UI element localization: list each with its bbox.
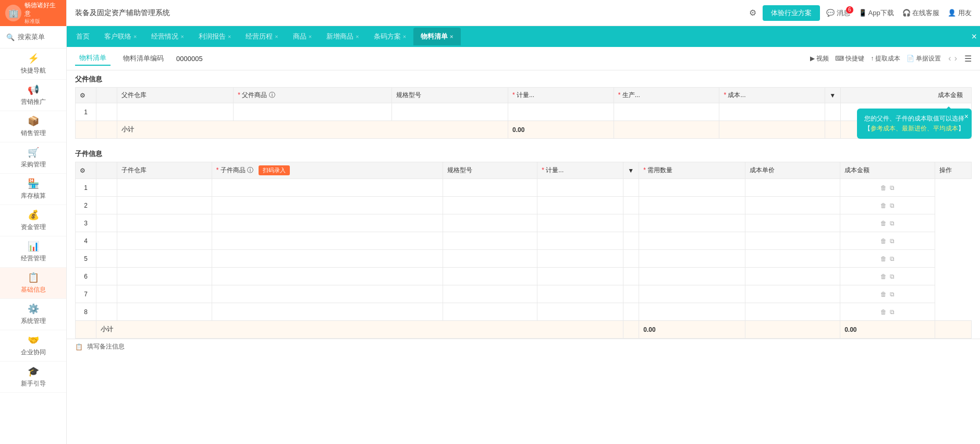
delete-icon-3[interactable]: 🗑: [880, 220, 887, 227]
sidebar-item-finance[interactable]: 💰资金管理: [0, 205, 66, 236]
child-row1-unit-cost[interactable]: [639, 179, 745, 197]
next-arrow[interactable]: ›: [953, 54, 958, 63]
child-row2-unit-cost[interactable]: [639, 197, 745, 214]
child-row6-goods[interactable]: [117, 268, 212, 285]
tab-close-profit[interactable]: ×: [228, 33, 231, 40]
child-row5-goods[interactable]: [117, 250, 212, 268]
child-col-settings[interactable]: ⚙: [76, 162, 96, 179]
copy-icon-4[interactable]: ⧉: [890, 237, 895, 245]
tab-close-customers[interactable]: ×: [133, 33, 137, 40]
settings-icon[interactable]: ⚙: [749, 8, 756, 18]
child-row5-warehouse[interactable]: [96, 250, 117, 268]
sidebar-item-sales[interactable]: 📦销售管理: [0, 111, 66, 142]
child-row5-spec[interactable]: [212, 250, 443, 268]
child-row3-quantity[interactable]: [623, 214, 639, 232]
sidebar-item-purchase[interactable]: 🛒采购管理: [0, 142, 66, 174]
child-row6-spec[interactable]: [212, 268, 443, 285]
nav-tab-profit[interactable]: 利润报告 ×: [191, 28, 238, 45]
child-row7-goods[interactable]: [117, 285, 212, 303]
tab-close-bom[interactable]: ×: [450, 33, 453, 40]
child-row2-warehouse[interactable]: [96, 197, 117, 214]
child-row1-spec[interactable]: [212, 179, 443, 197]
child-row4-quantity[interactable]: [623, 232, 639, 250]
sidebar-item-quick-nav[interactable]: ⚡快捷导航: [0, 49, 66, 80]
delete-icon-4[interactable]: 🗑: [880, 237, 887, 245]
sidebar-search[interactable]: 🔍 搜索菜单: [0, 26, 66, 49]
delete-icon-2[interactable]: 🗑: [880, 202, 887, 209]
delete-icon-5[interactable]: 🗑: [880, 255, 887, 262]
search-button[interactable]: 🔍 搜索菜单: [4, 30, 62, 44]
extract-cost[interactable]: ↑ 提取成本: [871, 54, 900, 63]
parent-row1-goods[interactable]: [234, 103, 391, 121]
child-row5-unit[interactable]: [443, 250, 537, 268]
tab-close-operations[interactable]: ×: [180, 33, 183, 40]
child-row7-warehouse[interactable]: [96, 285, 117, 303]
nav-tab-new-goods[interactable]: 新增商品 ×: [319, 28, 366, 45]
child-row6-quantity[interactable]: [623, 268, 639, 285]
child-row1-quantity[interactable]: [623, 179, 639, 197]
delete-icon-7[interactable]: 🗑: [880, 291, 887, 298]
parent-col-extra[interactable]: ▼: [825, 88, 841, 103]
nav-tab-goods[interactable]: 商品 ×: [286, 28, 319, 45]
tab-bom-code[interactable]: 物料清单编码: [119, 52, 168, 65]
sidebar-item-guide[interactable]: 🎓新手引导: [0, 362, 66, 393]
sidebar-item-operations[interactable]: 📊经营管理: [0, 236, 66, 268]
experience-button[interactable]: 体验行业方案: [763, 5, 820, 21]
tooltip-close-button[interactable]: ×: [964, 111, 969, 122]
copy-icon-1[interactable]: ⧉: [890, 184, 895, 191]
child-row2-goods[interactable]: [117, 197, 212, 214]
online-service[interactable]: 🎧 在线客服: [902, 8, 940, 18]
single-settings[interactable]: 📄 单据设置: [906, 54, 941, 63]
child-col-extra[interactable]: ▼: [623, 162, 639, 179]
tab-close-history[interactable]: ×: [275, 33, 278, 40]
copy-icon-3[interactable]: ⧉: [890, 220, 895, 227]
view-video[interactable]: ▶ 视频: [810, 54, 829, 63]
child-row8-unit-cost[interactable]: [639, 303, 745, 321]
user-menu[interactable]: 👤 用友: [948, 8, 972, 18]
sidebar-item-marketing[interactable]: 📢营销推广: [0, 80, 66, 111]
nav-tab-bom[interactable]: 物料清单 ×: [413, 28, 460, 45]
copy-icon-5[interactable]: ⧉: [890, 255, 895, 262]
child-row7-unit-cost[interactable]: [639, 285, 745, 303]
child-row3-spec[interactable]: [212, 214, 443, 232]
child-row8-quantity[interactable]: [623, 303, 639, 321]
parent-row1-spec[interactable]: [391, 103, 508, 121]
child-row7-spec[interactable]: [212, 285, 443, 303]
shortcut-key[interactable]: ⌨ 快捷键: [835, 54, 864, 63]
sidebar-item-system[interactable]: ⚙️系统管理: [0, 299, 66, 330]
child-row4-unit-cost[interactable]: [639, 232, 745, 250]
sidebar-item-enterprise[interactable]: 🤝企业协同: [0, 330, 66, 362]
app-download[interactable]: 📱 App下载: [859, 8, 894, 18]
child-row4-warehouse[interactable]: [96, 232, 117, 250]
parent-row1-cost[interactable]: [719, 103, 825, 121]
message-badge[interactable]: 💬 消息 6: [826, 8, 850, 18]
parent-row1-warehouse[interactable]: [117, 103, 234, 121]
child-row2-quantity[interactable]: [623, 197, 639, 214]
child-row3-unit-cost[interactable]: [639, 214, 745, 232]
child-row7-unit[interactable]: [443, 285, 537, 303]
nav-tab-home[interactable]: 首页: [69, 28, 97, 45]
tab-close-barcode[interactable]: ×: [403, 33, 406, 40]
child-row4-spec[interactable]: [212, 232, 443, 250]
nav-close-all[interactable]: ×: [970, 31, 978, 42]
sidebar-item-inventory[interactable]: 🏪库存核算: [0, 174, 66, 205]
child-row3-unit[interactable]: [443, 214, 537, 232]
delete-icon-8[interactable]: 🗑: [880, 308, 887, 316]
nav-tab-history[interactable]: 经营历程 ×: [238, 28, 285, 45]
nav-tab-barcode[interactable]: 条码方案 ×: [366, 28, 413, 45]
scan-button[interactable]: 扫码录入: [259, 165, 290, 175]
nav-tab-operations[interactable]: 经营情况 ×: [144, 28, 191, 45]
parent-row1-unit[interactable]: [508, 103, 614, 121]
child-row8-spec[interactable]: [212, 303, 443, 321]
child-row1-unit[interactable]: [443, 179, 537, 197]
child-row6-unit[interactable]: [443, 268, 537, 285]
copy-icon-8[interactable]: ⧉: [890, 308, 895, 316]
child-row6-unit-cost[interactable]: [639, 268, 745, 285]
child-row1-goods[interactable]: [117, 179, 212, 197]
prev-arrow[interactable]: ‹: [947, 54, 952, 63]
child-row8-goods[interactable]: [117, 303, 212, 321]
child-row1-warehouse[interactable]: [96, 179, 117, 197]
child-row3-warehouse[interactable]: [96, 214, 117, 232]
tab-close-goods[interactable]: ×: [309, 33, 312, 40]
delete-icon-1[interactable]: 🗑: [880, 184, 887, 191]
